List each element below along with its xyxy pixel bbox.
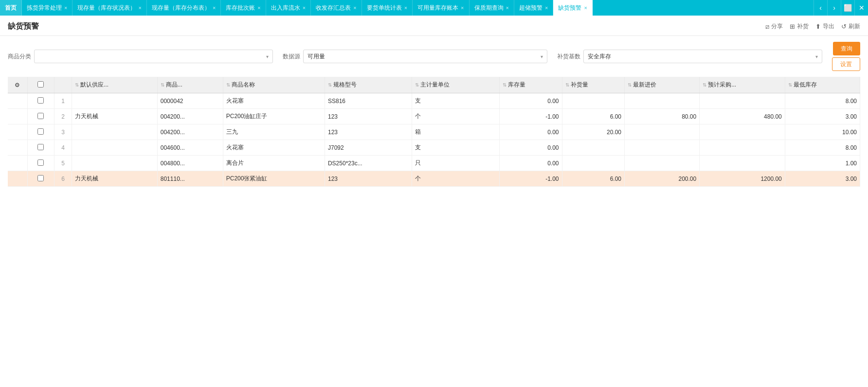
nav-tab-shortage-warning[interactable]: 缺货预警× xyxy=(553,0,592,16)
row-checkbox[interactable] xyxy=(37,175,44,181)
close-tab-available-ledger-icon[interactable]: × xyxy=(461,5,464,11)
row-latest-price xyxy=(625,93,700,109)
category-label: 商品分类 xyxy=(8,53,31,61)
row-replenish xyxy=(562,140,624,156)
row-name: PC200张紧油缸 xyxy=(223,171,325,187)
sort-replenish-icon: ⇅ xyxy=(565,82,569,88)
nav-close-btn[interactable]: ✕ xyxy=(854,0,868,16)
row-check-cell[interactable] xyxy=(27,171,54,187)
row-check-cell[interactable] xyxy=(27,140,54,156)
row-checkbox[interactable] xyxy=(37,128,44,135)
nav-new-window-btn[interactable]: ⬜ xyxy=(841,0,854,16)
row-no: 5 xyxy=(54,156,72,171)
close-tab-overstock-warning-icon[interactable]: × xyxy=(545,5,548,11)
nav-tab-inventory-status[interactable]: 现存量（库存状况表）× xyxy=(72,0,146,16)
table-row: 3004200...三九123箱0.0020.0010.00 xyxy=(8,124,860,140)
close-tab-order-stats-icon[interactable]: × xyxy=(404,5,407,11)
row-checkbox[interactable] xyxy=(37,97,44,104)
row-checkbox[interactable] xyxy=(37,159,44,166)
query-button[interactable]: 查询 xyxy=(833,42,860,55)
export-icon: ⬆ xyxy=(815,23,821,30)
close-tab-in-out-flow-icon[interactable]: × xyxy=(303,5,306,11)
table-row: 2力天机械004200...PC200油缸庄子123个-1.006.0080.0… xyxy=(8,109,860,124)
row-name: 离合片 xyxy=(223,156,325,171)
nav-tab-inventory-dist[interactable]: 现存量（库存分布表）× xyxy=(147,0,221,16)
close-tab-expiry-query-icon[interactable]: × xyxy=(506,5,509,11)
replenish-btn[interactable]: ⊞ 补货 xyxy=(790,22,809,31)
nav-tab-available-ledger[interactable]: 可用量库存账本× xyxy=(413,0,469,16)
row-gear-cell xyxy=(8,171,27,187)
share-btn[interactable]: ⧄ 分享 xyxy=(765,22,783,31)
row-stock: -1.00 xyxy=(500,109,562,124)
nav-tab-overstock-warning[interactable]: 超储预警× xyxy=(514,0,553,16)
sort-min-icon: ⇅ xyxy=(788,82,792,88)
row-checkbox[interactable] xyxy=(37,113,44,119)
close-tab-defect-process-icon[interactable]: × xyxy=(64,5,67,11)
row-checkbox[interactable] xyxy=(37,144,44,150)
row-check-cell[interactable] xyxy=(27,124,54,140)
close-tab-receive-summary-icon[interactable]: × xyxy=(353,5,356,11)
datasource-arrow-icon: ▾ xyxy=(541,54,543,59)
replenish-base-select[interactable]: 安全库存 ▾ xyxy=(583,50,822,63)
close-tab-inventory-status-icon[interactable]: × xyxy=(138,5,141,11)
table-row: 6力天机械801110...PC200张紧油缸123个-1.006.00200.… xyxy=(8,171,860,187)
row-stock: 0.00 xyxy=(500,140,562,156)
row-replenish: 20.00 xyxy=(562,124,624,140)
th-est-purchase[interactable]: ⇅ 预计采购... xyxy=(700,77,785,93)
nav-tab-batch-account[interactable]: 库存批次账× xyxy=(221,0,266,16)
top-nav: 首页拣货异常处理×现存量（库存状况表）×现存量（库存分布表）×库存批次账×出入库… xyxy=(0,0,868,16)
close-tab-batch-account-icon[interactable]: × xyxy=(257,5,260,11)
row-est-purchase: 480.00 xyxy=(700,109,785,124)
nav-tab-order-stats[interactable]: 要货单统计表× xyxy=(362,0,413,16)
row-check-cell[interactable] xyxy=(27,109,54,124)
nav-tab-home[interactable]: 首页 xyxy=(0,0,22,16)
replenish-base-filter: 补货基数 安全库存 ▾ xyxy=(557,50,822,63)
row-unit: 支 xyxy=(412,93,500,109)
th-no xyxy=(54,77,72,93)
row-min-stock: 8.00 xyxy=(785,140,860,156)
th-product-name[interactable]: ⇅ 商品名称 xyxy=(223,77,325,93)
close-tab-shortage-warning-icon[interactable]: × xyxy=(584,5,587,11)
row-min-stock: 8.00 xyxy=(785,93,860,109)
th-stock[interactable]: ⇅ 库存量 xyxy=(500,77,562,93)
nav-next-btn[interactable]: › xyxy=(827,0,841,16)
row-check-cell[interactable] xyxy=(27,156,54,171)
th-spec[interactable]: ⇅ 规格型号 xyxy=(325,77,412,93)
nav-tab-in-out-flow[interactable]: 出入库流水× xyxy=(266,0,311,16)
nav-tab-receive-summary[interactable]: 收发存汇总表× xyxy=(311,0,362,16)
row-replenish: 6.00 xyxy=(562,171,624,187)
datasource-select[interactable]: 可用量 ▾ xyxy=(303,50,548,63)
close-tab-inventory-dist-icon[interactable]: × xyxy=(213,5,216,11)
refresh-btn[interactable]: ↺ 刷新 xyxy=(841,22,860,31)
row-check-cell[interactable] xyxy=(27,93,54,109)
replenish-base-value: 安全库存 xyxy=(588,53,611,61)
row-latest-price: 80.00 xyxy=(625,109,700,124)
row-unit: 个 xyxy=(412,171,500,187)
sort-price-icon: ⇅ xyxy=(628,82,632,88)
row-replenish: 6.00 xyxy=(562,109,624,124)
th-default-supplier[interactable]: ⇅ 默认供应... xyxy=(72,77,158,93)
th-min-stock[interactable]: ⇅ 最低库存 xyxy=(785,77,860,93)
data-table: ⚙ ⇅ 默认供应... ⇅ 商 xyxy=(8,77,860,187)
th-latest-price[interactable]: ⇅ 最新进价 xyxy=(625,77,700,93)
th-replenish[interactable]: ⇅ 补货量 xyxy=(562,77,624,93)
row-supplier: 力天机械 xyxy=(72,109,158,124)
category-select[interactable]: ▾ xyxy=(34,50,273,63)
row-code: 801110... xyxy=(157,171,223,187)
th-product-code[interactable]: ⇅ 商品... xyxy=(157,77,223,93)
th-unit[interactable]: ⇅ 主计量单位 xyxy=(412,77,500,93)
export-btn[interactable]: ⬆ 导出 xyxy=(815,22,834,31)
datasource-value: 可用量 xyxy=(307,53,325,61)
th-gear[interactable]: ⚙ xyxy=(8,77,27,93)
row-spec: J7092 xyxy=(325,140,412,156)
settings-button[interactable]: 设置 xyxy=(832,57,860,71)
row-no: 1 xyxy=(54,93,72,109)
row-gear-cell xyxy=(8,140,27,156)
nav-prev-btn[interactable]: ‹ xyxy=(814,0,827,16)
row-name: 三九 xyxy=(223,124,325,140)
table-header-row: ⚙ ⇅ 默认供应... ⇅ 商 xyxy=(8,77,860,93)
nav-tab-defect-process[interactable]: 拣货异常处理× xyxy=(22,0,72,16)
select-all-checkbox[interactable] xyxy=(37,81,44,88)
category-arrow-icon: ▾ xyxy=(266,54,269,59)
nav-tab-expiry-query[interactable]: 保质期查询× xyxy=(470,0,514,16)
